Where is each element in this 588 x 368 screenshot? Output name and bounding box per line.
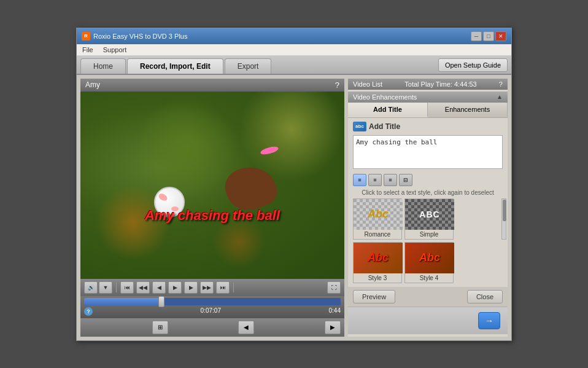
enhancements-label: Video Enhancements (353, 93, 417, 101)
alignment-buttons: ≡ ≡ ≡ ⊟ (353, 174, 503, 186)
style-grid-row2: Abc Style 3 Abc Style 4 (353, 242, 503, 283)
bottom-nav: → (348, 307, 508, 334)
controls-bar: 🔊 ▼ ⏮ ◀◀ ◀ ▶ ▶ ▶▶ ⏭ ⛶ (80, 279, 344, 296)
add-title-label: abc Add Title (353, 122, 503, 131)
video-overlay-text: Amy chasing the ball (145, 208, 280, 224)
open-setup-guide-button[interactable]: Open Setup Guide (438, 58, 508, 72)
style-item-simple[interactable]: ABC Simple (404, 198, 454, 240)
tab-record-import-edit[interactable]: Record, Import, Edit (127, 58, 223, 74)
nav-tabs: Home Record, Import, Edit Export Open Se… (77, 56, 511, 75)
prev-thumb-button[interactable]: ◀ (238, 321, 254, 334)
volume-area: 🔊 ▼ (84, 281, 112, 294)
step-back-button[interactable]: ◀ (152, 281, 166, 294)
align-left-button[interactable]: ≡ (353, 174, 366, 186)
video-container: Amy chasing the ball (80, 92, 344, 279)
style-item-4[interactable]: Abc Style 4 (404, 242, 454, 283)
align-right-button[interactable]: ≡ (384, 174, 397, 186)
abc-icon: abc (353, 122, 366, 131)
title-bar: R Roxio Easy VHS to DVD 3 Plus ─ □ ✕ (77, 28, 511, 44)
style-preview-romance: Abc (354, 199, 403, 230)
thumbnail-button[interactable]: ⊞ (152, 321, 168, 334)
style-name-3: Style 3 (354, 273, 401, 283)
menu-bar: File Support (77, 44, 511, 56)
action-buttons: Preview Close (348, 287, 508, 307)
next-arrow-icon: → (485, 316, 493, 326)
video-label-bar: Amy ? (80, 79, 344, 92)
title-controls: ─ □ ✕ (471, 31, 506, 41)
style-name-4: Style 4 (405, 273, 453, 283)
main-content: Amy ? Amy chasing the ball 🔊 (77, 75, 511, 340)
style-scrollbar[interactable] (501, 198, 506, 240)
menu-file[interactable]: File (80, 45, 95, 54)
fullscreen-button[interactable]: ⛶ (327, 281, 341, 294)
sub-tab-add-title[interactable]: Add Title (348, 103, 428, 117)
volume-button[interactable]: 🔊 (84, 281, 98, 294)
sub-controls: ⊞ ◀ ▶ (80, 318, 344, 337)
title-bar-left: R Roxio Easy VHS to DVD 3 Plus (82, 32, 187, 41)
video-label: Amy (85, 80, 100, 89)
minimize-button[interactable]: ─ (471, 31, 482, 41)
style-item-romance[interactable]: Abc Romance (353, 198, 402, 240)
menu-support[interactable]: Support (101, 45, 129, 54)
sub-tabs: Add Title Enhancements (348, 103, 508, 118)
style-name-romance: Romance (354, 230, 401, 239)
window-title: Roxio Easy VHS to DVD 3 Plus (93, 33, 187, 40)
skip-start-button[interactable]: ⏮ (120, 281, 134, 294)
collapse-enhancements[interactable]: ▲ (497, 93, 503, 100)
sub-tab-enhancements[interactable]: Enhancements (428, 103, 508, 117)
volume-dropdown[interactable]: ▼ (99, 281, 112, 294)
app-icon: R (82, 32, 90, 41)
timeline-help-icon[interactable]: ? (84, 307, 93, 316)
video-list-label: Video List (353, 80, 382, 88)
timeline-progress (84, 298, 161, 305)
video-help-icon[interactable]: ? (335, 80, 339, 90)
add-title-section: abc Add Title Amy chasing the ball ≡ ≡ ≡… (348, 118, 508, 287)
timeline-area: ? 0:07:07 0:44 (80, 296, 344, 318)
style-preview-simple: ABC (405, 199, 454, 230)
align-justify-button[interactable]: ⊟ (399, 174, 412, 186)
video-list-help[interactable]: ? (499, 80, 503, 88)
timeline-track[interactable] (84, 298, 341, 305)
main-window: R Roxio Easy VHS to DVD 3 Plus ─ □ ✕ Fil… (76, 28, 512, 341)
play-button[interactable]: ▶ (168, 281, 182, 294)
next-button[interactable]: → (478, 312, 500, 329)
style-preview-4: Abc (405, 243, 454, 273)
skip-end-button[interactable]: ⏭ (216, 281, 230, 294)
style-grid: Abc Romance ABC Simple (353, 198, 503, 240)
step-forward-button[interactable]: ▶ (184, 281, 198, 294)
style-select-label: Click to select a text style, click agai… (353, 189, 503, 196)
timeline-info: ? 0:07:07 0:44 (84, 307, 341, 316)
prev-frame-button[interactable]: ◀◀ (136, 281, 150, 294)
video-list-header: Video List Total Play Time: 4:44:53 ? (348, 79, 508, 90)
maximize-button[interactable]: □ (483, 31, 494, 41)
next-frame-button[interactable]: ▶▶ (200, 281, 214, 294)
enhancements-header: Video Enhancements ▲ (348, 92, 508, 103)
total-play-time: Total Play Time: 4:44:53 (404, 80, 476, 88)
style-preview-3: Abc (354, 243, 403, 273)
right-panel: Video List Total Play Time: 4:44:53 ? Vi… (348, 79, 508, 337)
title-text-input[interactable]: Amy chasing the ball (353, 135, 503, 169)
frisbee (260, 145, 279, 155)
style-item-3[interactable]: Abc Style 3 (353, 242, 402, 283)
separator1 (116, 283, 117, 292)
close-button[interactable]: Close (467, 290, 503, 303)
close-button[interactable]: ✕ (495, 31, 506, 41)
separator2 (233, 283, 234, 292)
tab-export[interactable]: Export (225, 58, 272, 74)
style-name-simple: Simple (405, 230, 453, 239)
align-center-button[interactable]: ≡ (368, 174, 382, 186)
remaining-time: 0:44 (329, 307, 341, 316)
video-panel: Amy ? Amy chasing the ball 🔊 (80, 79, 344, 337)
tab-home[interactable]: Home (80, 58, 126, 74)
video-background (80, 92, 344, 279)
style-scrollbar-thumb[interactable] (503, 200, 506, 221)
timeline-thumb[interactable] (158, 296, 164, 307)
preview-button[interactable]: Preview (353, 290, 395, 303)
current-time: 0:07:07 (201, 307, 221, 316)
next-thumb-button[interactable]: ▶ (325, 321, 341, 334)
